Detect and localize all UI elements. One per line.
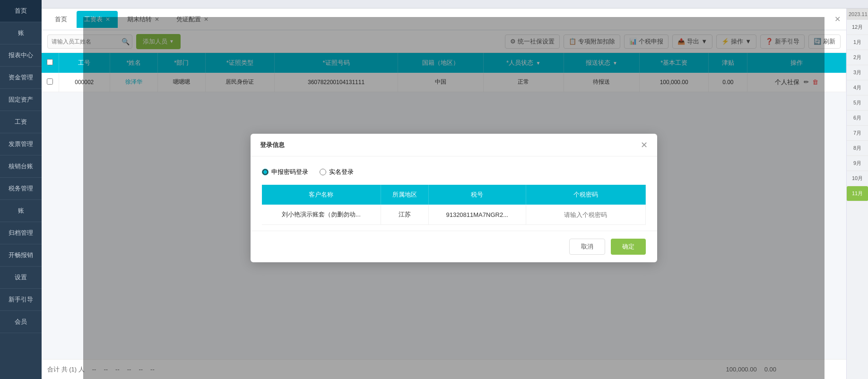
month-11[interactable]: 11月	[847, 186, 868, 201]
radio-realname-login[interactable]: 实名登录	[320, 168, 354, 176]
row-checkbox[interactable]	[42, 73, 59, 92]
modal-customer-name: 刘小艳演示账套（勿删勿动...	[262, 205, 381, 225]
modal-footer: 取消 确定	[251, 231, 657, 262]
sidebar-item-report-center[interactable]: 报表中心	[0, 44, 42, 67]
row-select-checkbox[interactable]	[47, 78, 53, 85]
sidebar-label: 账	[4, 29, 38, 37]
sidebar-label: 新手引导	[4, 295, 38, 304]
sidebar-label: 报表中心	[4, 51, 38, 60]
modal-close-button[interactable]: ✕	[641, 140, 648, 150]
modal-header: 登录信息 ✕	[251, 134, 657, 156]
modal-title: 登录信息	[260, 141, 285, 149]
sidebar-item-verify[interactable]: 核销台账	[0, 155, 42, 178]
modal-body: 申报密码登录 实名登录 客户名称 所属地区 税号 个税密码	[251, 156, 657, 231]
sidebar-label: 核销台账	[4, 162, 38, 171]
sidebar-label: 会员	[4, 318, 38, 326]
sidebar-label: 发票管理	[4, 140, 38, 148]
radio-password-input[interactable]	[262, 169, 269, 175]
modal-password-cell[interactable]	[526, 205, 646, 225]
sidebar-label: 固定资产	[4, 95, 38, 104]
month-12[interactable]: 12月	[847, 20, 868, 35]
modal-table-header: 客户名称 所属地区 税号 个税密码	[262, 185, 646, 205]
sidebar-item-settings[interactable]: 设置	[0, 267, 42, 289]
sidebar-item-expense[interactable]: 开畅报销	[0, 244, 42, 267]
cancel-button[interactable]: 取消	[569, 239, 605, 255]
tab-home[interactable]: 首页	[47, 11, 75, 28]
sidebar-item-tax[interactable]: 税务管理	[0, 178, 42, 200]
radio-password-label: 申报密码登录	[271, 168, 308, 176]
month-10[interactable]: 10月	[847, 171, 868, 186]
radio-realname-input[interactable]	[320, 169, 326, 175]
month-3[interactable]: 3月	[847, 65, 868, 80]
modal-col-tax-id: 税号	[428, 185, 526, 205]
modal-col-region: 所属地区	[381, 185, 428, 205]
sidebar: 首页 账 报表中心 资金管理 固定资产 工资 发票管理 核销台账 税务管理 账 …	[0, 0, 42, 379]
month-9[interactable]: 9月	[847, 156, 868, 171]
sidebar-item-archive[interactable]: 归档管理	[0, 222, 42, 244]
month-1[interactable]: 1月	[847, 35, 868, 50]
modal-col-password: 个税密码	[526, 185, 646, 205]
sidebar-item-fund[interactable]: 资金管理	[0, 67, 42, 89]
sidebar-item-salary[interactable]: 工资	[0, 111, 42, 133]
sidebar-label: 工资	[4, 118, 38, 126]
login-info-table: 客户名称 所属地区 税号 个税密码 刘小艳演示账套（勿删勿动... 江苏 913…	[262, 185, 646, 225]
modal-col-customer: 客户名称	[262, 185, 381, 205]
confirm-button[interactable]: 确定	[611, 239, 646, 255]
month-8[interactable]: 8月	[847, 141, 868, 156]
sidebar-label: 归档管理	[4, 229, 38, 237]
login-type-group: 申报密码登录 实名登录	[262, 168, 646, 176]
refresh-label: 刷新	[823, 37, 835, 46]
login-modal: 登录信息 ✕ 申报密码登录 实名登录	[251, 134, 657, 262]
select-all-checkbox[interactable]	[47, 59, 53, 65]
modal-region: 江苏	[381, 205, 428, 225]
sidebar-item-member[interactable]: 会员	[0, 311, 42, 333]
sidebar-label: 首页	[4, 7, 38, 15]
month-6[interactable]: 6月	[847, 111, 868, 126]
month-5[interactable]: 5月	[847, 95, 868, 111]
sidebar-item-invoice[interactable]: 发票管理	[0, 133, 42, 155]
sidebar-label: 资金管理	[4, 73, 38, 82]
modal-password-input[interactable]	[532, 211, 640, 218]
radio-realname-label: 实名登录	[329, 168, 354, 176]
modal-table-row: 刘小艳演示账套（勿删勿动... 江苏 91320811MA7NGR2...	[262, 205, 646, 225]
calendar-year: 2023.11	[847, 9, 868, 20]
main-area: 首页 工资表 ✕ 期末结转 ✕ 凭证配置 ✕ ✕ 🔍 添加人员 ▼ ⚙ 统一社保…	[42, 9, 846, 379]
tab-home-label: 首页	[55, 15, 67, 24]
sidebar-label: 设置	[4, 273, 38, 282]
sidebar-item-fixed-asset[interactable]: 固定资产	[0, 89, 42, 111]
top-scrollbar[interactable]	[42, 0, 868, 9]
month-2[interactable]: 2月	[847, 50, 868, 65]
select-all-header[interactable]	[42, 53, 59, 73]
right-calendar-panel: 2023.11 12月 1月 2月 3月 4月 5月 6月 7月 8月 9月 1…	[846, 9, 868, 379]
modal-tax-id: 91320811MA7NGR2...	[428, 205, 526, 225]
month-4[interactable]: 4月	[847, 80, 868, 95]
total-count: 合计 共 (1) 人	[47, 365, 85, 374]
main-close-button[interactable]: ✕	[834, 15, 841, 24]
month-7[interactable]: 7月	[847, 126, 868, 141]
sidebar-label: 开畅报销	[4, 251, 38, 259]
sidebar-label: 账	[4, 207, 38, 215]
modal-overlay: 登录信息 ✕ 申报密码登录 实名登录	[83, 17, 825, 379]
sidebar-item-account[interactable]: 账	[0, 22, 42, 44]
sidebar-item-ledger[interactable]: 账	[0, 200, 42, 222]
sidebar-label: 税务管理	[4, 184, 38, 193]
radio-password-login[interactable]: 申报密码登录	[262, 168, 308, 176]
sidebar-item-home[interactable]: 首页	[0, 0, 42, 22]
sidebar-item-guide[interactable]: 新手引导	[0, 289, 42, 311]
